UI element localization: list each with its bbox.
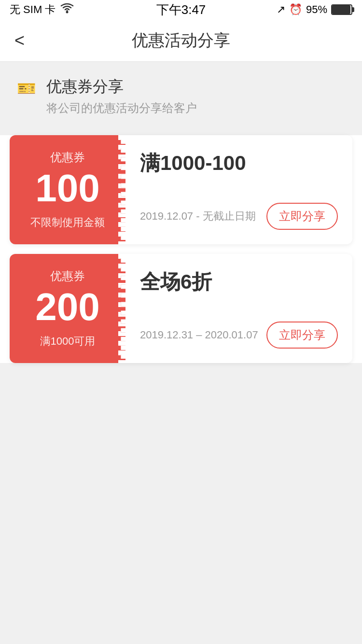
coupon-amount-2: 200: [35, 288, 99, 326]
status-time: 下午3:47: [156, 1, 206, 18]
coupon-date-2: 2019.12.31 – 2020.01.07: [140, 329, 266, 341]
section-text: 优惠券分享 将公司的优惠活动分享给客户: [46, 76, 197, 116]
empty-area: [0, 373, 362, 644]
coupon-right-2: 全场6折 2019.12.31 – 2020.01.07 立即分享: [125, 254, 352, 363]
coupon-footer-1: 2019.12.07 - 无截止日期 立即分享: [140, 203, 338, 230]
coupon-left-1: 优惠券 100 不限制使用金额: [10, 135, 125, 244]
status-right: ↗ ⏰ 95%: [277, 3, 352, 16]
page-title: 优惠活动分享: [132, 29, 230, 52]
coupon-amount-1: 100: [35, 169, 99, 208]
nav-bar: < 优惠活动分享: [0, 19, 362, 62]
svg-point-0: [66, 11, 69, 14]
coupon-icon-emoji: 🎫: [17, 79, 36, 98]
wifi-icon: [60, 3, 74, 16]
section-title: 优惠券分享: [46, 76, 197, 98]
coupon-label-2: 优惠券: [50, 268, 85, 284]
coupon-label-1: 优惠券: [50, 150, 85, 165]
coupon-left-2: 优惠券 200 满1000可用: [10, 254, 125, 363]
section-header: 🎫 优惠券分享 将公司的优惠活动分享给客户: [0, 62, 362, 126]
location-icon: ↗: [277, 3, 285, 16]
battery-fill: [332, 5, 350, 14]
coupon-share-btn-1[interactable]: 立即分享: [266, 203, 338, 230]
carrier-label: 无 SIM 卡: [10, 2, 56, 17]
coupon-date-1: 2019.12.07 - 无截止日期: [140, 209, 266, 224]
coupon-condition-2: 满1000可用: [40, 334, 96, 349]
coupon-share-btn-2[interactable]: 立即分享: [266, 322, 338, 349]
coupon-name-1: 满1000-100: [140, 150, 338, 177]
coupon-card-2: 优惠券 200 满1000可用 全场6折 2019.12.31 – 2020.0…: [10, 254, 352, 363]
coupon-right-1: 满1000-100 2019.12.07 - 无截止日期 立即分享: [125, 135, 352, 244]
battery-icon: [331, 4, 352, 15]
alarm-icon: ⏰: [289, 3, 302, 16]
coupon-name-2: 全场6折: [140, 268, 338, 295]
section-subtitle: 将公司的优惠活动分享给客户: [46, 100, 197, 116]
section-icon: 🎫: [14, 76, 39, 100]
coupon-card-1: 优惠券 100 不限制使用金额 满1000-100 2019.12.07 - 无…: [10, 135, 352, 244]
battery-percentage: 95%: [306, 3, 327, 16]
coupon-condition-1: 不限制使用金额: [30, 215, 105, 230]
coupon-footer-2: 2019.12.31 – 2020.01.07 立即分享: [140, 322, 338, 349]
back-button[interactable]: <: [14, 30, 25, 51]
coupon-list: 优惠券 100 不限制使用金额 满1000-100 2019.12.07 - 无…: [0, 135, 362, 363]
status-left: 无 SIM 卡: [10, 2, 74, 17]
status-bar: 无 SIM 卡 下午3:47 ↗ ⏰ 95%: [0, 0, 362, 19]
